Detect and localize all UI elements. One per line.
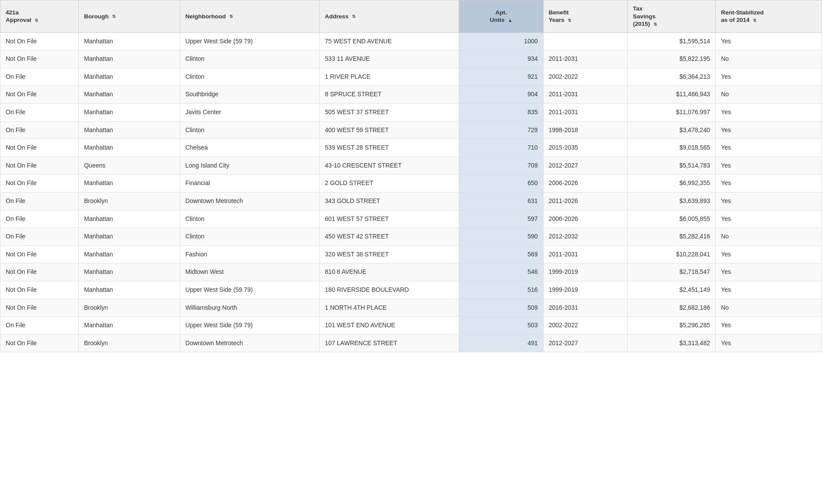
sort-icon-approval: ⇅	[35, 18, 38, 23]
cell-neighborhood: Chelsea	[180, 139, 320, 157]
cell-benefit-years: 2011-2031	[543, 245, 627, 263]
cell-borough: Manhattan	[78, 32, 180, 50]
cell-neighborhood: Clinton	[180, 210, 320, 228]
cell-tax-savings: $6,992,355	[627, 175, 715, 192]
cell-apt-units: 491	[459, 334, 543, 352]
cell-apt-units: 904	[459, 86, 543, 104]
col-header-tax-savings[interactable]: TaxSavings(2015) ⇅	[627, 0, 715, 33]
cell-approval: Not On File	[0, 139, 79, 157]
col-header-borough-label: Borough	[84, 13, 109, 20]
cell-neighborhood: Upper West Side (59 79)	[180, 317, 320, 335]
table-header-row: 421aApproval ⇅ Borough ⇅ Neighborhood ⇅ …	[0, 0, 822, 33]
cell-benefit-years: 2012-2027	[543, 334, 627, 352]
cell-approval: On File	[0, 121, 79, 139]
col-header-rent-stabilized-label: Rent-Stabilizedas of 2014	[721, 9, 764, 24]
cell-benefit-years: 1999-2019	[543, 263, 627, 281]
cell-apt-units: 631	[459, 192, 543, 210]
cell-tax-savings: $11,466,943	[627, 86, 715, 104]
cell-neighborhood: Downtown Metrotech	[180, 334, 320, 352]
cell-borough: Manhattan	[78, 104, 180, 122]
cell-borough: Manhattan	[78, 263, 180, 281]
cell-apt-units: 934	[459, 50, 543, 68]
sort-icon-benefit-years: ⇅	[568, 18, 571, 23]
cell-approval: On File	[0, 68, 79, 86]
col-header-neighborhood-label: Neighborhood	[186, 13, 226, 20]
cell-address: 450 WEST 42 STREET	[320, 228, 459, 246]
sort-icon-neighborhood: ⇅	[229, 14, 233, 19]
cell-benefit-years: 2011-2031	[543, 104, 627, 122]
cell-tax-savings: $9,018,565	[627, 139, 715, 157]
cell-rent-stabilized: Yes	[716, 68, 822, 86]
cell-borough: Manhattan	[78, 228, 180, 246]
table-row: On FileBrooklynDowntown Metrotech343 GOL…	[0, 192, 822, 210]
cell-address: 75 WEST END AVENUE	[320, 32, 459, 50]
data-table: 421aApproval ⇅ Borough ⇅ Neighborhood ⇅ …	[0, 0, 822, 352]
cell-tax-savings: $3,639,893	[627, 192, 715, 210]
cell-approval: On File	[0, 228, 79, 246]
sort-icon-rent-stabilized: ⇅	[753, 18, 756, 23]
cell-approval: On File	[0, 192, 79, 210]
cell-apt-units: 710	[459, 139, 543, 157]
cell-apt-units: 569	[459, 245, 543, 263]
cell-apt-units: 516	[459, 281, 543, 299]
col-header-address-label: Address	[325, 13, 348, 20]
cell-borough: Queens	[78, 157, 180, 175]
table-row: Not On FileManhattanFinancial2 GOLD STRE…	[0, 175, 822, 192]
cell-tax-savings: $5,282,416	[627, 228, 715, 246]
cell-approval: Not On File	[0, 86, 79, 104]
cell-apt-units: 729	[459, 121, 543, 139]
cell-borough: Manhattan	[78, 175, 180, 192]
cell-apt-units: 835	[459, 104, 543, 122]
cell-rent-stabilized: Yes	[716, 334, 822, 352]
cell-benefit-years: 2011-2026	[543, 192, 627, 210]
cell-tax-savings: $5,296,285	[627, 317, 715, 335]
cell-benefit-years: 2011-2031	[543, 86, 627, 104]
col-header-approval-label: 421aApproval	[6, 9, 32, 24]
cell-tax-savings: $6,005,855	[627, 210, 715, 228]
cell-tax-savings: $2,451,149	[627, 281, 715, 299]
cell-tax-savings: $3,313,482	[627, 334, 715, 352]
cell-neighborhood: Williamsburg North	[180, 299, 320, 317]
cell-neighborhood: Long Island City	[180, 157, 320, 175]
table-row: On FileManhattanClinton601 WEST 57 STREE…	[0, 210, 822, 228]
cell-neighborhood: Clinton	[180, 68, 320, 86]
table-row: On FileManhattanClinton1 RIVER PLACE9212…	[0, 68, 822, 86]
cell-tax-savings: $5,822,195	[627, 50, 715, 68]
cell-rent-stabilized: Yes	[716, 32, 822, 50]
cell-tax-savings: $5,514,783	[627, 157, 715, 175]
col-header-address[interactable]: Address ⇅	[320, 0, 459, 33]
col-header-apt-units-label: Apt.Units	[490, 9, 507, 24]
cell-rent-stabilized: Yes	[716, 121, 822, 139]
cell-apt-units: 709	[459, 157, 543, 175]
cell-neighborhood: Midtown West	[180, 263, 320, 281]
cell-address: 43-10 CRESCENT STREET	[320, 157, 459, 175]
cell-benefit-years: 2006-2026	[543, 175, 627, 192]
col-header-approval[interactable]: 421aApproval ⇅	[0, 0, 79, 33]
table-row: Not On FileManhattanUpper West Side (59 …	[0, 281, 822, 299]
cell-apt-units: 650	[459, 175, 543, 192]
cell-benefit-years: 2016-2031	[543, 299, 627, 317]
cell-benefit-years: 2012-2027	[543, 157, 627, 175]
cell-approval: Not On File	[0, 245, 79, 263]
col-header-apt-units[interactable]: Apt.Units ▲	[459, 0, 543, 33]
cell-apt-units: 590	[459, 228, 543, 246]
cell-rent-stabilized: No	[716, 50, 822, 68]
cell-borough: Manhattan	[78, 210, 180, 228]
cell-rent-stabilized: Yes	[716, 157, 822, 175]
cell-borough: Brooklyn	[78, 299, 180, 317]
col-header-benefit-years[interactable]: BenefitYears ⇅	[543, 0, 627, 33]
cell-approval: Not On File	[0, 299, 79, 317]
col-header-rent-stabilized[interactable]: Rent-Stabilizedas of 2014 ⇅	[716, 0, 822, 33]
cell-tax-savings: $3,478,240	[627, 121, 715, 139]
col-header-borough[interactable]: Borough ⇅	[78, 0, 180, 33]
cell-approval: On File	[0, 210, 79, 228]
sort-icon-apt-units: ▲	[508, 18, 513, 23]
sort-icon-address: ⇅	[352, 14, 355, 19]
cell-borough: Manhattan	[78, 139, 180, 157]
table-row: On FileManhattanClinton400 WEST 59 STREE…	[0, 121, 822, 139]
cell-address: 533 11 AVENUE	[320, 50, 459, 68]
col-header-neighborhood[interactable]: Neighborhood ⇅	[180, 0, 320, 33]
cell-apt-units: 546	[459, 263, 543, 281]
cell-address: 2 GOLD STREET	[320, 175, 459, 192]
cell-address: 107 LAWRENCE STREET	[320, 334, 459, 352]
